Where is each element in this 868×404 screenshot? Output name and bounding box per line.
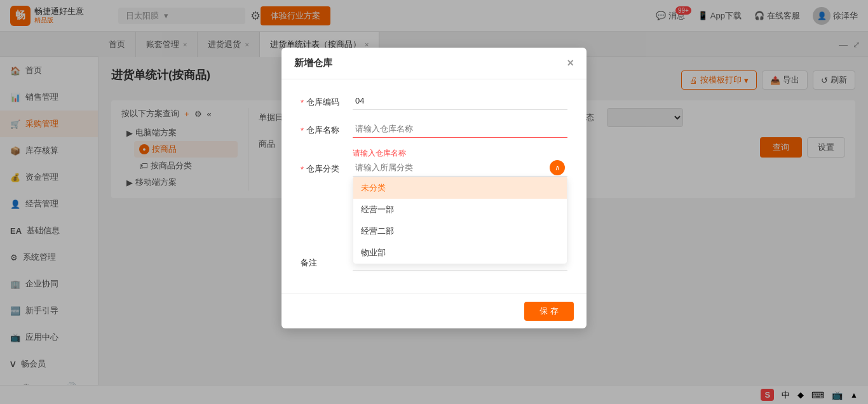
modal-close-button[interactable]: × [567, 57, 574, 70]
form-row-name-wrapper: * 仓库名称 请输入仓库名称 [301, 120, 567, 159]
save-button[interactable]: 保 存 [524, 302, 574, 321]
category-label: * 仓库分类 [301, 159, 345, 175]
required-star-category: * [301, 164, 304, 173]
form-row-name: * 仓库名称 [301, 120, 567, 138]
note-label: 备注 [301, 253, 345, 269]
name-label: * 仓库名称 [301, 120, 345, 136]
modal-title: 新增仓库 [294, 57, 332, 69]
modal-header: 新增仓库 × [281, 48, 587, 79]
name-error-message: 请输入仓库名称 [353, 148, 567, 159]
category-input[interactable] [353, 159, 567, 177]
dropdown-item-property[interactable]: 物业部 [353, 242, 567, 264]
dropdown-item-dept2[interactable]: 经营二部 [353, 220, 567, 242]
required-star-code: * [301, 97, 304, 107]
chevron-up-icon: ∧ [555, 163, 560, 172]
code-label: * 仓库编码 [301, 92, 345, 108]
form-row-category: * 仓库分类 ∧ 未分类 经营一部 经营二部 物业部 [301, 159, 567, 177]
name-input[interactable] [353, 120, 567, 138]
category-dropdown-list: 未分类 经营一部 经营二部 物业部 [353, 177, 567, 264]
modal-footer: 保 存 [281, 293, 587, 328]
add-warehouse-modal: 新增仓库 × * 仓库编码 * 仓库名称 请输入仓库名称 [281, 48, 587, 328]
dropdown-item-dept1[interactable]: 经营一部 [353, 199, 567, 220]
category-input-wrap: ∧ 未分类 经营一部 经营二部 物业部 [353, 159, 567, 177]
modal-body: * 仓库编码 * 仓库名称 请输入仓库名称 * 仓库分类 [281, 79, 587, 293]
dropdown-item-unclassified[interactable]: 未分类 [353, 177, 567, 199]
category-dropdown-toggle[interactable]: ∧ [550, 160, 565, 175]
code-input[interactable] [353, 92, 567, 110]
form-row-code: * 仓库编码 [301, 92, 567, 110]
required-star-name: * [301, 125, 304, 135]
